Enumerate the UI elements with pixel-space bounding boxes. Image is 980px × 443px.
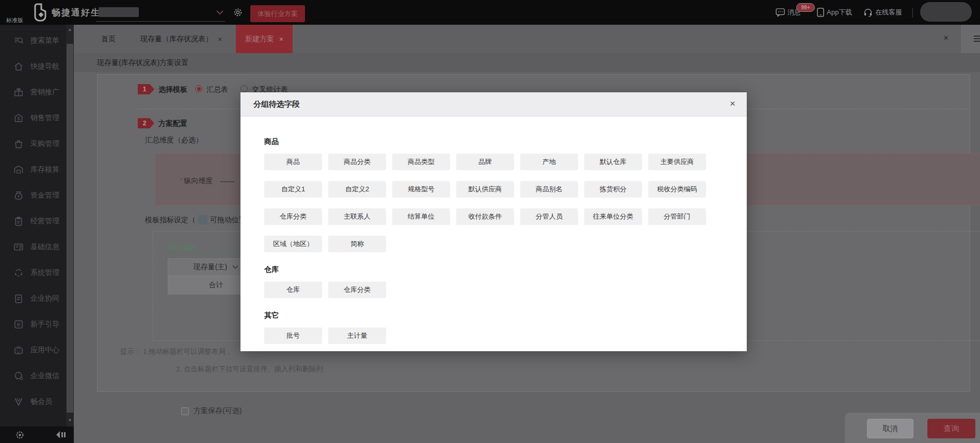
hint-prefix: 提示： bbox=[120, 347, 141, 356]
app-download-label: App下载 bbox=[827, 8, 852, 17]
section-name: 其它 bbox=[264, 311, 723, 320]
field-button[interactable]: 分管人员 bbox=[520, 208, 578, 225]
header-divider bbox=[912, 8, 913, 18]
field-grid: 批号 主计量 bbox=[264, 327, 723, 344]
sidebar-item-quick-nav[interactable]: 快捷导航 bbox=[0, 56, 66, 77]
field-button[interactable]: 主要供应商 bbox=[648, 154, 706, 170]
sidebar-item-app-center[interactable]: 应用中心 bbox=[0, 340, 66, 360]
message-count-badge: 99+ bbox=[796, 3, 815, 12]
field-button[interactable]: 品牌 bbox=[456, 154, 514, 170]
dimension-dash: —— bbox=[220, 177, 234, 185]
field-button[interactable]: 拣货积分 bbox=[584, 181, 642, 198]
sidebar-item-operations[interactable]: 经营管理 bbox=[0, 211, 66, 232]
field-button[interactable]: 仓库 bbox=[264, 282, 322, 298]
field-button[interactable]: 自定义1 bbox=[264, 181, 322, 198]
user-avatar-redacted[interactable] bbox=[920, 2, 972, 22]
chevron-down-icon[interactable] bbox=[216, 10, 224, 15]
stat-indicator-label: 统计指标 bbox=[168, 243, 195, 252]
scrollbar-up-arrow[interactable]: ▲ bbox=[67, 27, 73, 32]
modal-title: 分组待选字段 bbox=[253, 100, 300, 109]
tab-close-icon[interactable]: × bbox=[218, 35, 222, 43]
member-v-icon bbox=[13, 397, 24, 407]
field-button[interactable]: 分管部门 bbox=[648, 208, 706, 225]
field-grid: 商品 商品分类 商品类型 品牌 产地 默认仓库 主要供应商 自定义1 自定义2 … bbox=[264, 154, 723, 252]
tab-new-plan-active[interactable]: 新建方案 × bbox=[236, 25, 293, 53]
gear-icon[interactable] bbox=[233, 8, 243, 17]
tab-label: 新建方案 bbox=[245, 35, 274, 44]
company-name-redacted[interactable] bbox=[99, 7, 139, 17]
field-button[interactable]: 规格型号 bbox=[392, 181, 450, 198]
field-button[interactable]: 商品类型 bbox=[392, 154, 450, 170]
tab-close-icon[interactable]: × bbox=[279, 35, 283, 43]
app-download-menu[interactable]: App下载 bbox=[817, 0, 852, 25]
online-service-menu[interactable]: 在线客服 bbox=[863, 0, 902, 25]
field-button[interactable]: 结算单位 bbox=[392, 208, 450, 225]
hint-line1: 1.拖动标题栏可以调整布局， bbox=[143, 347, 232, 356]
sidebar-item-label: 营销推广 bbox=[30, 88, 59, 97]
action-panel: 取消 查询 bbox=[845, 413, 980, 443]
search-menu-icon bbox=[13, 36, 24, 46]
modal-close-icon[interactable]: × bbox=[730, 98, 735, 109]
sidebar-item-label: 企业微信 bbox=[30, 371, 59, 381]
radio-summary-table[interactable] bbox=[195, 85, 202, 92]
tab-inventory-report[interactable]: 现存量（库存状况表） × bbox=[140, 25, 222, 53]
sidebar-item-label: 畅会员 bbox=[30, 397, 52, 406]
settings-gear-icon[interactable] bbox=[15, 431, 24, 439]
field-button[interactable]: 简称 bbox=[328, 236, 386, 252]
sidebar-item-system[interactable]: 系统管理 bbox=[0, 262, 66, 283]
step-number: 1 bbox=[143, 86, 147, 93]
sidebar-item-funds[interactable]: ¥ 资金管理 bbox=[0, 185, 66, 206]
close-all-tabs-icon[interactable]: × bbox=[943, 33, 949, 43]
radio-summary-label[interactable]: 汇总表 bbox=[206, 85, 228, 94]
query-button[interactable]: 查询 bbox=[927, 419, 975, 438]
chevron-down-icon[interactable] bbox=[232, 265, 238, 269]
save-plan-option[interactable]: 方案保存(可选) bbox=[181, 406, 242, 416]
field-button[interactable]: 区域（地区） bbox=[264, 236, 322, 252]
field-button[interactable]: 主联系人 bbox=[328, 208, 386, 225]
sidebar-item-search-menu[interactable]: 搜索菜单 bbox=[0, 30, 66, 51]
radio-cross-table[interactable] bbox=[240, 85, 248, 92]
save-plan-label: 方案保存(可选) bbox=[194, 406, 242, 416]
field-button[interactable]: 往来单位分类 bbox=[584, 208, 642, 225]
field-button[interactable]: 默认仓库 bbox=[584, 154, 642, 170]
field-button[interactable]: 收付款条件 bbox=[456, 208, 514, 225]
measure-label: 现存量(主) bbox=[194, 262, 227, 272]
field-button[interactable]: 商品别名 bbox=[520, 181, 578, 198]
message-menu[interactable]: 消息 bbox=[776, 0, 801, 25]
field-button[interactable]: 仓库分类 bbox=[328, 282, 386, 298]
sidebar-item-collaboration[interactable]: 企业协同 bbox=[0, 288, 66, 309]
collapse-sidebar-icon[interactable] bbox=[56, 431, 66, 439]
home-icon bbox=[13, 61, 24, 72]
sidebar-item-basic-info[interactable]: 基础信息 bbox=[0, 237, 66, 257]
sidebar-item-inventory[interactable]: 库存核算 bbox=[0, 159, 66, 180]
cancel-button[interactable]: 取消 bbox=[867, 419, 913, 438]
save-plan-checkbox[interactable] bbox=[181, 407, 189, 415]
field-button[interactable]: 产地 bbox=[520, 154, 578, 170]
sidebar-item-label: 经营管理 bbox=[30, 217, 59, 226]
field-button[interactable]: 商品分类 bbox=[328, 154, 386, 170]
sidebar-item-label: 资金管理 bbox=[30, 191, 59, 200]
field-button[interactable]: 主计量 bbox=[328, 327, 386, 344]
sidebar-item-label: 销售管理 bbox=[30, 113, 59, 123]
sidebar-item-member[interactable]: 畅会员 bbox=[0, 391, 66, 412]
sidebar-item-sales[interactable]: $ 销售管理 bbox=[0, 108, 66, 128]
tab-list-icon[interactable] bbox=[973, 35, 980, 43]
field-button[interactable]: 仓库分类 bbox=[264, 208, 322, 225]
sidebar-scrollbar-thumb[interactable] bbox=[67, 44, 73, 413]
hint-line2: 2. 点击标题栏下拉可设置排序、插入列和删除列 bbox=[176, 365, 323, 374]
sidebar-item-label: 系统管理 bbox=[30, 268, 59, 277]
experience-industry-button[interactable]: 体验行业方案 bbox=[250, 5, 305, 22]
step1-label: 选择模板 bbox=[158, 85, 187, 94]
field-button[interactable]: 商品 bbox=[264, 154, 322, 170]
scrollbar-down-arrow[interactable]: ▼ bbox=[67, 418, 73, 423]
tab-home[interactable]: 首页 bbox=[101, 25, 116, 53]
sidebar-item-label: 新手引导 bbox=[30, 320, 59, 329]
sidebar-item-purchase[interactable]: 采购管理 bbox=[0, 134, 66, 154]
sidebar-item-wecom[interactable]: 企业微信 bbox=[0, 366, 66, 386]
field-button[interactable]: 默认供应商 bbox=[456, 181, 514, 198]
sidebar-item-newbie-guide[interactable]: 新 新手引导 bbox=[0, 314, 66, 335]
field-button[interactable]: 自定义2 bbox=[328, 181, 386, 198]
sidebar-item-marketing[interactable]: 营销推广 bbox=[0, 82, 66, 103]
field-button[interactable]: 批号 bbox=[264, 327, 322, 344]
field-button[interactable]: 税收分类编码 bbox=[648, 181, 706, 198]
